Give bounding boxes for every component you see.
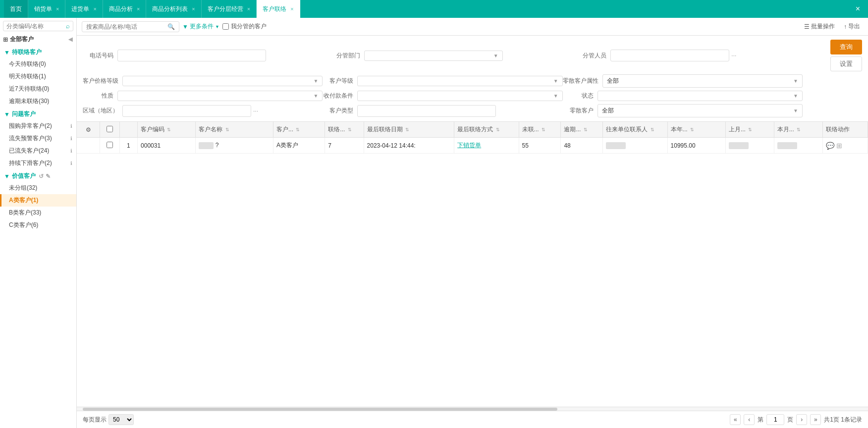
- sidebar-item-class-b[interactable]: B类客户(33): [0, 207, 76, 219]
- sidebar-item-overdue[interactable]: 逾期未联络(30): [0, 95, 76, 107]
- col-unit-contact-resizer[interactable]: [665, 122, 667, 137]
- next-page-btn[interactable]: ›: [796, 414, 807, 425]
- col-contact-resizer[interactable]: [362, 122, 364, 137]
- col-unlinked-header[interactable]: 未联... ⇅: [519, 122, 561, 138]
- sidebar-item-churn-warning[interactable]: 流失预警客户(3) ℹ: [0, 132, 76, 145]
- batch-operations-btn[interactable]: ☰ 批量操作: [801, 21, 838, 32]
- select-all-checkbox[interactable]: [107, 126, 113, 132]
- last-page-btn[interactable]: »: [810, 414, 821, 425]
- col-type-sort[interactable]: ⇅: [296, 127, 300, 132]
- col-action-header[interactable]: 联络动作: [822, 122, 868, 138]
- col-last-method-header[interactable]: 最后联络方式 ⇅: [454, 122, 519, 138]
- gear-icon[interactable]: ⚙: [86, 126, 91, 133]
- col-name-header[interactable]: 客户名称 ⇅: [196, 122, 273, 138]
- col-check-resizer[interactable]: [117, 122, 119, 137]
- region-input[interactable]: [122, 105, 251, 117]
- col-this-year-sort[interactable]: ⇅: [690, 127, 694, 132]
- col-code-header[interactable]: 客户编码 ⇅: [138, 122, 196, 138]
- nature-select[interactable]: ▼: [117, 91, 323, 101]
- customer-type-input[interactable]: [357, 105, 496, 117]
- page-number-input[interactable]: [766, 414, 784, 425]
- col-overdue-resizer[interactable]: [600, 122, 602, 137]
- col-last-month-sort[interactable]: ⇅: [748, 127, 752, 132]
- my-customers-filter[interactable]: 我分管的客户: [222, 22, 267, 31]
- status-select[interactable]: ▼: [597, 91, 803, 101]
- close-purchase-icon[interactable]: ×: [93, 6, 96, 12]
- tab-customer-contact[interactable]: 客户联络 ×: [257, 0, 300, 18]
- person-input[interactable]: [610, 50, 729, 61]
- sidebar-group-pending[interactable]: ▼ 待联络客户: [0, 46, 76, 58]
- col-action-resizer[interactable]: [866, 122, 868, 137]
- export-btn[interactable]: ↑ 导出: [841, 21, 863, 32]
- col-type-header[interactable]: 客户... ⇅: [273, 122, 325, 138]
- first-page-btn[interactable]: «: [730, 414, 741, 425]
- value-refresh-icon[interactable]: ↺: [39, 173, 44, 180]
- sidebar-search-box[interactable]: ⌕: [3, 21, 73, 31]
- price-level-select[interactable]: ▼: [122, 76, 323, 86]
- sidebar-item-today[interactable]: 今天待联络(0): [0, 58, 76, 70]
- row-check-cell[interactable]: [100, 138, 119, 154]
- col-unlinked-sort[interactable]: ⇅: [542, 127, 545, 132]
- tab-customer-tier[interactable]: 客户分层经营 ×: [202, 0, 257, 18]
- col-contact-sort[interactable]: ⇅: [348, 127, 352, 132]
- row-checkbox[interactable]: [107, 142, 113, 148]
- close-sales-icon[interactable]: ×: [56, 6, 59, 12]
- col-this-year-resizer[interactable]: [723, 122, 725, 137]
- sidebar-item-class-c[interactable]: C类客户(6): [0, 219, 76, 231]
- sidebar-item-declining[interactable]: 持续下滑客户(2) ℹ: [0, 157, 76, 169]
- prev-page-btn[interactable]: ‹: [744, 414, 755, 425]
- col-name-resizer[interactable]: [271, 122, 273, 137]
- sidebar-group-value[interactable]: ▼ 价值客户 ↺ ✎: [0, 169, 76, 182]
- scatter-attr-select[interactable]: 全部 ▼: [602, 74, 803, 88]
- main-search-icon[interactable]: 🔍: [167, 23, 175, 30]
- col-code-sort[interactable]: ⇅: [167, 127, 171, 132]
- col-unit-contact-sort[interactable]: ⇅: [651, 127, 654, 132]
- person-dots[interactable]: ···: [729, 52, 738, 59]
- sidebar-search-input[interactable]: [6, 23, 66, 30]
- col-overdue-sort[interactable]: ⇅: [584, 127, 588, 132]
- scatter-select[interactable]: 全部 ▼: [597, 104, 803, 117]
- col-last-date-resizer[interactable]: [452, 122, 454, 137]
- col-last-method-sort[interactable]: ⇅: [496, 127, 500, 132]
- sidebar-item-unclassified[interactable]: 未分组(32): [0, 182, 76, 194]
- col-last-date-header[interactable]: 最后联络日期 ⇅: [364, 122, 454, 138]
- search-box[interactable]: 🔍: [82, 21, 179, 32]
- settings-button[interactable]: 设置: [830, 56, 862, 71]
- col-contact-header[interactable]: 联络... ⇅: [325, 122, 364, 138]
- col-unit-contact-header[interactable]: 往来单位联系人 ⇅: [603, 122, 667, 138]
- sidebar-item-hoarding[interactable]: 囤购异常客户(2) ℹ: [0, 120, 76, 132]
- my-customers-checkbox[interactable]: [222, 23, 229, 30]
- row-last-method[interactable]: 下销货单: [457, 142, 481, 149]
- per-page-dropdown[interactable]: 50 100 200: [108, 414, 134, 425]
- sidebar-group-problem[interactable]: ▼ 问题客户: [0, 107, 76, 120]
- col-code-resizer[interactable]: [193, 122, 195, 137]
- region-dots[interactable]: ···: [251, 107, 260, 114]
- col-gear-header[interactable]: ⚙: [77, 122, 100, 138]
- tab-product-analysis[interactable]: 商品分析 ×: [103, 0, 146, 18]
- more-conditions-btn[interactable]: ▼ 更多条件 ▼: [182, 22, 219, 31]
- hoarding-info-icon[interactable]: ℹ: [70, 123, 72, 129]
- customer-level-select[interactable]: ▼: [357, 76, 562, 86]
- churn-warning-info-icon[interactable]: ℹ: [70, 136, 72, 141]
- col-overdue-header[interactable]: 逾期... ⇅: [561, 122, 603, 138]
- close-customer-tier-icon[interactable]: ×: [247, 6, 250, 12]
- phone-input[interactable]: [117, 50, 266, 61]
- main-search-input[interactable]: [86, 23, 165, 30]
- sidebar-item-7days[interactable]: 近7天待联络(0): [0, 83, 76, 95]
- sidebar-collapse-icon[interactable]: ◀: [68, 36, 72, 43]
- declining-info-icon[interactable]: ℹ: [70, 160, 72, 166]
- col-last-method-resizer[interactable]: [517, 122, 519, 137]
- col-this-year-header[interactable]: 本年... ⇅: [667, 122, 725, 138]
- value-edit-icon[interactable]: ✎: [46, 173, 51, 180]
- col-last-month-header[interactable]: 上月... ⇅: [725, 122, 774, 138]
- col-type-resizer[interactable]: [323, 122, 325, 137]
- link-action-icon[interactable]: ⊞: [836, 142, 842, 150]
- churned-info-icon[interactable]: ℹ: [70, 148, 72, 154]
- tab-home[interactable]: 首页: [4, 0, 28, 18]
- col-this-month-resizer[interactable]: [820, 122, 822, 137]
- sidebar-item-class-a[interactable]: A类客户(1): [0, 194, 76, 207]
- dept-select[interactable]: ▼: [364, 51, 503, 61]
- sidebar-search-icon[interactable]: ⌕: [66, 22, 70, 30]
- close-product-list-icon[interactable]: ×: [192, 6, 195, 12]
- close-customer-contact-icon[interactable]: ×: [290, 6, 293, 12]
